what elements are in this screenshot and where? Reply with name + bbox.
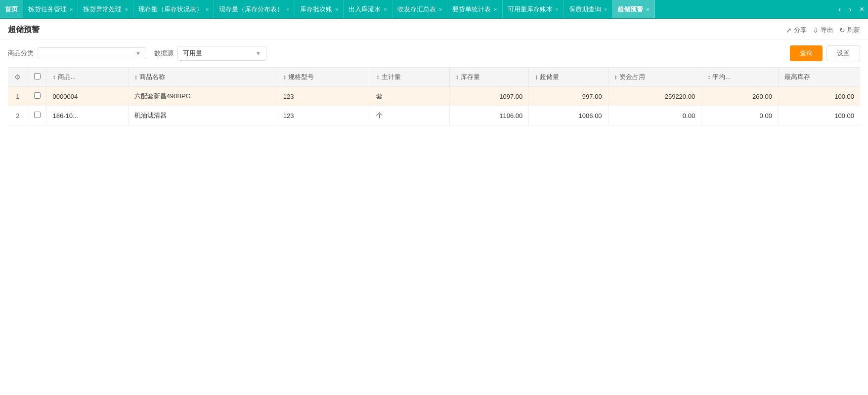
nav-tab-abnormal[interactable]: 拣货异常处理×: [78, 0, 133, 19]
close-tab-quality-check-icon[interactable]: ×: [604, 6, 607, 12]
category-label: 商品分类: [8, 49, 34, 58]
nav-tab-available-ledger[interactable]: 可用量库存账本×: [503, 0, 564, 19]
col-stock-label: ↕ 库存量: [456, 73, 480, 80]
share-button[interactable]: ➚ 分享: [786, 26, 807, 35]
col-avg-header[interactable]: ↕ 平均...: [701, 68, 779, 87]
page-actions: ➚ 分享 ⇩ 导出 ↻ 刷新: [786, 26, 860, 35]
datasource-chevron-icon: ▼: [256, 50, 261, 56]
col-unit-label: ↕ 主计量: [376, 73, 400, 80]
col-overstock-label: ↕ 超储量: [535, 73, 559, 80]
spec-cell: 123: [277, 106, 370, 125]
filter-bar: 商品分类 ▼ 数据源 可用量 ▼ 查询 设置: [0, 40, 868, 67]
row-checkbox[interactable]: [34, 112, 41, 118]
close-tab-receive-send-icon[interactable]: ×: [439, 6, 442, 12]
datasource-filter: 数据源 可用量 ▼: [154, 46, 266, 61]
row-index: 1: [8, 87, 28, 106]
close-tab-inventory-status-icon[interactable]: ×: [206, 6, 209, 12]
data-table-container: ⚙ ↕ 商品... ↕ 商品名称 ↕ 规格型号 ↕ 主计量: [0, 67, 868, 125]
col-capital-header[interactable]: ↕ 资金占用: [608, 68, 701, 87]
col-product-name-label: ↕ 商品名称: [134, 73, 165, 80]
nav-tab-quality-check[interactable]: 保质期查询×: [564, 0, 612, 19]
close-tab-inventory-dist-icon[interactable]: ×: [286, 6, 289, 12]
nav-left-arrow[interactable]: ‹: [834, 0, 845, 19]
refresh-button[interactable]: ↻ 刷新: [839, 26, 860, 35]
product-name-cell: 机油滤清器: [128, 106, 277, 125]
table-body: 10000004六配套新昌490BPG123套1097.00997.002592…: [8, 87, 860, 125]
nav-tab-task-mgmt[interactable]: 拣货任务管理×: [23, 0, 78, 19]
row-index: 2: [8, 106, 28, 125]
col-checkbox[interactable]: [28, 68, 46, 87]
settings-button[interactable]: 设置: [826, 45, 860, 61]
col-settings[interactable]: ⚙: [8, 68, 28, 87]
col-spec-header[interactable]: ↕ 规格型号: [277, 68, 370, 87]
gear-icon[interactable]: ⚙: [14, 73, 21, 81]
nav-tab-home[interactable]: 首页: [0, 0, 23, 19]
nav-tab-receive-send[interactable]: 收发存汇总表×: [392, 0, 447, 19]
col-spec-label: ↕ 规格型号: [283, 73, 314, 80]
col-overstock-header[interactable]: ↕ 超储量: [529, 68, 608, 87]
close-tab-abnormal-icon[interactable]: ×: [125, 6, 128, 12]
select-all-checkbox[interactable]: [34, 73, 41, 79]
capital-occupied-cell: 0.00: [608, 106, 701, 125]
row-checkbox-cell[interactable]: [28, 106, 46, 125]
spec-cell: 123: [277, 87, 370, 106]
category-chevron-icon: ▼: [135, 50, 141, 56]
avg-cell: 0.00: [701, 106, 779, 125]
share-icon: ➚: [786, 26, 792, 34]
table-header-row: ⚙ ↕ 商品... ↕ 商品名称 ↕ 规格型号 ↕ 主计量: [8, 68, 860, 87]
page-title: 超储预警: [8, 25, 40, 35]
data-table: ⚙ ↕ 商品... ↕ 商品名称 ↕ 规格型号 ↕ 主计量: [8, 67, 860, 125]
filter-actions: 查询 设置: [790, 45, 860, 61]
nav-tab-inout-flow[interactable]: 出入库流水×: [344, 0, 392, 19]
col-avg-label: ↕ 平均...: [707, 73, 731, 80]
col-product-code-label: ↕ 商品...: [53, 73, 76, 80]
close-tab-available-ledger-icon[interactable]: ×: [556, 6, 559, 12]
category-select[interactable]: ▼: [38, 47, 146, 59]
nav-tab-order-count[interactable]: 要货单统计表×: [447, 0, 502, 19]
nav-tab-inventory-dist[interactable]: 现存量（库存分布表）×: [214, 0, 295, 19]
page-container: 超储预警 ➚ 分享 ⇩ 导出 ↻ 刷新 商品分类 ▼ 数据源: [0, 19, 868, 395]
col-max-stock-header[interactable]: 最高库存: [778, 68, 860, 87]
nav-close-arrow[interactable]: ×: [856, 0, 868, 19]
export-icon: ⇩: [813, 26, 819, 34]
export-button[interactable]: ⇩ 导出: [813, 26, 833, 35]
table-row[interactable]: 2186-10...机油滤清器123个1106.001006.000.000.0…: [8, 106, 860, 125]
close-tab-batch-icon[interactable]: ×: [335, 6, 338, 12]
category-filter: 商品分类 ▼: [8, 47, 146, 59]
product-code-cell: 0000004: [46, 87, 128, 106]
overstock-cell: 997.00: [529, 87, 608, 106]
nav-tab-overstock-warning[interactable]: 超储预警×: [612, 0, 654, 19]
datasource-select[interactable]: 可用量 ▼: [177, 46, 266, 61]
max-stock-cell: 100.00: [778, 106, 860, 125]
col-stock-header[interactable]: ↕ 库存量: [449, 68, 528, 87]
query-button[interactable]: 查询: [790, 45, 823, 61]
close-tab-order-count-icon[interactable]: ×: [494, 6, 497, 12]
nav-arrows: ‹ › ×: [834, 0, 868, 19]
page-header: 超储预警 ➚ 分享 ⇩ 导出 ↻ 刷新: [0, 19, 868, 40]
unit-cell: 套: [370, 87, 449, 106]
col-product-name-header[interactable]: ↕ 商品名称: [128, 68, 277, 87]
stock-cell: 1097.00: [449, 87, 528, 106]
close-tab-overstock-warning-icon[interactable]: ×: [646, 6, 649, 12]
nav-tab-inventory-status[interactable]: 现存量（库存状况表）×: [133, 0, 214, 19]
datasource-label: 数据源: [154, 49, 174, 58]
row-checkbox-cell[interactable]: [28, 87, 46, 106]
refresh-icon: ↻: [839, 26, 845, 34]
close-tab-inout-flow-icon[interactable]: ×: [384, 6, 387, 12]
datasource-value: 可用量: [183, 49, 202, 58]
row-checkbox[interactable]: [34, 92, 41, 99]
table-row[interactable]: 10000004六配套新昌490BPG123套1097.00997.002592…: [8, 87, 860, 106]
nav-right-arrow[interactable]: ›: [845, 0, 855, 19]
overstock-cell: 1006.00: [529, 106, 608, 125]
col-product-code-header[interactable]: ↕ 商品...: [46, 68, 128, 87]
close-tab-task-mgmt-icon[interactable]: ×: [70, 6, 73, 12]
stock-cell: 1106.00: [449, 106, 528, 125]
col-max-stock-label: 最高库存: [784, 73, 810, 80]
product-name-cell: 六配套新昌490BPG: [128, 87, 277, 106]
product-code-cell: 186-10...: [46, 106, 128, 125]
top-navigation: 首页拣货任务管理×拣货异常处理×现存量（库存状况表）×现存量（库存分布表）×库存…: [0, 0, 868, 19]
avg-cell: 260.00: [701, 87, 779, 106]
max-stock-cell: 100.00: [778, 87, 860, 106]
col-unit-header[interactable]: ↕ 主计量: [370, 68, 449, 87]
nav-tab-batch[interactable]: 库存批次账×: [295, 0, 344, 19]
